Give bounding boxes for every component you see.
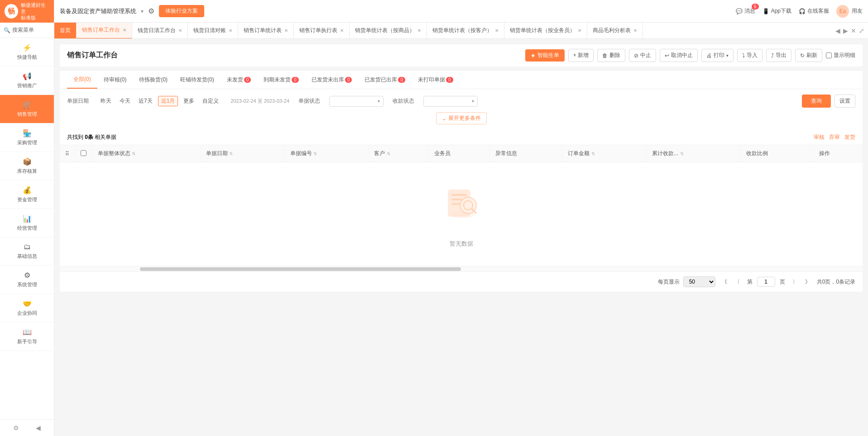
tab-product-margin-close[interactable]: ✕ [633,28,637,33]
sidebar-item-operations[interactable]: 📊 经营管理 [0,209,54,237]
import-btn[interactable]: ⤵ 导入 [737,49,762,62]
tab-cash-daily[interactable]: 钱货日清工作台 ✕ [132,23,188,39]
stop-btn[interactable]: ⊘ 中止 [629,49,656,62]
page-first-btn[interactable]: 《 [719,277,730,287]
user-area[interactable]: Ea 用友 [836,5,863,18]
payment-select[interactable] [423,96,478,107]
sub-tab-all[interactable]: 全部(0) [67,71,97,89]
tabs-nav: ◀ ▶ ✕ ⤢ [832,27,868,34]
sort-accumulated[interactable]: ⇅ [680,151,684,156]
print-btn[interactable]: 🖨 打印 ▾ [701,49,734,62]
app-download-btn[interactable]: 📱 App下载 [762,7,791,15]
date-yesterday[interactable]: 昨天 [98,96,114,106]
date-today[interactable]: 今天 [117,96,133,106]
sort-amount[interactable]: ⇅ [591,151,595,156]
filter-dates: 昨天 今天 近7天 近1月 更多 自定义 [98,96,221,106]
show-detail-input[interactable] [826,52,832,58]
sidebar-item-inventory[interactable]: 📦 库存核算 [0,152,54,180]
sidebar-item-basic[interactable]: 🗂 基础信息 [0,237,54,265]
page-title: 销售订单工作台 [67,51,118,60]
tab-cash-reconcile[interactable]: 钱货日清对账 ✕ [188,23,238,39]
date-custom[interactable]: 自定义 [200,96,221,106]
date-7days[interactable]: 近7天 [136,96,155,106]
tab-cash-reconcile-close[interactable]: ✕ [229,28,232,33]
select-all-checkbox[interactable] [81,150,86,156]
page-last-btn[interactable]: 》 [802,277,813,287]
cancel-review-action[interactable]: 弃审 [829,133,840,141]
sidebar-item-sales[interactable]: 🛒 销售管理 [0,95,54,123]
sidebar-item-system[interactable]: ⚙ 系统管理 [0,265,54,294]
page-input[interactable] [757,277,775,287]
tab-summary-staff-close[interactable]: ✕ [578,28,581,33]
sub-tab-shipped-not-out[interactable]: 已发货未出库0 [305,71,359,88]
sort-date[interactable]: ⇅ [229,151,233,156]
topbar-gear[interactable]: ⚙ [148,7,154,15]
date-1month[interactable]: 近1月 [158,96,178,106]
col-accumulated: 累计收款... ⇅ [647,145,741,162]
sidebar-item-marketing[interactable]: 📢 营销推广 [0,66,54,95]
tab-product-margin[interactable]: 商品毛利分析表 ✕ [587,23,643,39]
sidebar-item-purchase[interactable]: 🏪 采购管理 [0,123,54,152]
scroll-bar-area[interactable] [60,266,863,271]
sidebar-search[interactable]: 🔍 搜索菜单 [0,23,54,38]
cancel-stop-btn[interactable]: ↩ 取消中止 [660,49,698,62]
tab-summary-product-close[interactable]: ✕ [417,28,421,33]
sub-tab-shipped-out[interactable]: 已发货已出库0 [358,71,412,88]
ship-action[interactable]: 发货 [844,133,855,141]
page-next-btn[interactable]: 〉 [790,277,801,287]
online-service-btn[interactable]: 🎧 在线客服 [799,7,829,15]
settings-btn[interactable]: 设置 [834,95,855,108]
table-scroll[interactable]: ⠿ 单据整体状态 ⇅ 单据日期 ⇅ 单据编号 ⇅ 客户 ⇅ 业务员 异常信息 订… [60,145,863,162]
tabs-fullscreen-btn[interactable]: ⤢ [859,27,864,34]
sub-tab-not-shipped[interactable]: 未发货0 [221,71,258,88]
tab-sales-exec-close[interactable]: ✕ [340,28,344,33]
sub-tab-wangpu[interactable]: 旺铺待发货(0) [174,71,221,88]
tabs-next-btn[interactable]: ▶ [843,27,848,34]
tab-sales-exec[interactable]: 销售订单执行表 ✕ [294,23,350,39]
tab-sales-workbench-close[interactable]: ✕ [123,28,126,33]
sidebar-item-guide[interactable]: 📖 新手引导 [0,322,54,351]
tabs-prev-btn[interactable]: ◀ [835,27,840,34]
sub-tab-overdue[interactable]: 到期未发货0 [257,71,305,88]
tab-sales-stats[interactable]: 销售订单统计表 ✕ [238,23,294,39]
page-size-select[interactable]: 50 20 100 [683,276,715,287]
tab-sales-summary-product[interactable]: 销货单统计表（按商品） ✕ [350,23,427,39]
tab-sales-stats-close[interactable]: ✕ [284,28,288,33]
system-title: 装备及固定资产辅助管理系统 [60,7,136,15]
sidebar-item-finance[interactable]: 💰 资金管理 [0,180,54,209]
tabs-close-all-btn[interactable]: ✕ [851,27,856,34]
date-more[interactable]: 更多 [181,96,197,106]
show-detail-checkbox[interactable]: 显示明细 [826,52,855,59]
tab-cash-daily-close[interactable]: ✕ [178,28,182,33]
sub-tab-not-printed[interactable]: 未打印单据0 [412,71,460,88]
tab-sales-workbench[interactable]: 销售订单工作台 ✕ [77,23,132,39]
sub-tab-pending-review[interactable]: 待审核(0) [97,71,133,88]
tab-home[interactable]: 首页 [54,23,77,39]
tab-summary-customer-close[interactable]: ✕ [495,28,499,33]
nav-icon: ⚡ [23,43,32,52]
review-action[interactable]: 审核 [814,133,825,141]
message-btn[interactable]: 💬 消息 6 [736,7,755,15]
add-btn[interactable]: + 新增 [568,49,594,62]
sort-customer[interactable]: ⇅ [387,151,390,156]
cancel-stop-icon: ↩ [665,52,669,59]
page-prev-btn[interactable]: 〈 [732,277,743,287]
smart-create-btn[interactable]: ★ 智能生单 [525,49,565,62]
expand-btn[interactable]: ⌄ 展开更多条件 [436,112,487,124]
status-select[interactable] [329,96,384,107]
refresh-btn[interactable]: ↻ 刷新 [795,49,822,62]
industry-btn[interactable]: 体验行业方案 [159,5,204,17]
tab-sales-summary-customer[interactable]: 销货单统计表（按客户） ✕ [427,23,504,39]
sidebar-item-enterprise[interactable]: 🤝 企业协同 [0,294,54,322]
tab-sales-summary-staff[interactable]: 销货单统计表（按业务员） ✕ [504,23,587,39]
query-btn[interactable]: 查询 [802,95,831,108]
scroll-bar-thumb[interactable] [140,267,461,271]
sidebar-item-nav[interactable]: ⚡ 快捷导航 [0,38,54,66]
collapse-btn[interactable]: ◀ [36,424,41,431]
sub-tab-pending-inspect[interactable]: 待拣验货(0) [133,71,174,88]
delete-btn[interactable]: 🗑 删除 [597,49,625,62]
sort-status[interactable]: ⇅ [132,151,135,156]
sort-number[interactable]: ⇅ [313,151,317,156]
export-btn[interactable]: ⤴ 导出 [766,49,791,62]
settings-bottom-btn[interactable]: ⚙ [13,424,19,431]
